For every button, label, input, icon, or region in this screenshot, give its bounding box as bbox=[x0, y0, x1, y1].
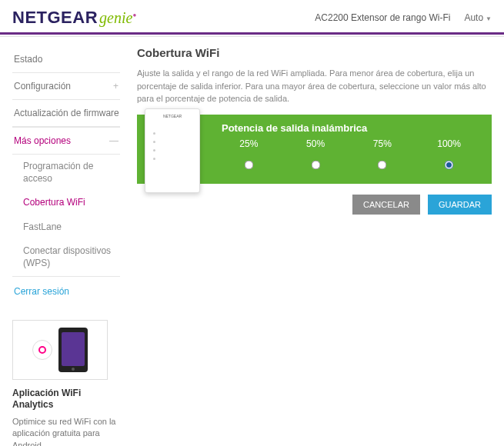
button-row: CANCELAR GUARDAR bbox=[137, 195, 492, 215]
promo-title: Aplicación WiFi Analytics bbox=[12, 388, 120, 411]
nav-mas-opciones[interactable]: Más opciones— bbox=[12, 127, 120, 155]
language-dropdown[interactable]: Auto▼ bbox=[464, 12, 492, 23]
subnav-cobertura[interactable]: Cobertura WiFi bbox=[12, 191, 120, 215]
header: NETGEAR genie● AC2200 Extensor de rango … bbox=[0, 0, 504, 32]
app-icon bbox=[32, 340, 52, 360]
radio-25[interactable] bbox=[245, 160, 254, 169]
logo-netgear: NETGEAR bbox=[12, 8, 98, 28]
opt-25-label: 25% bbox=[215, 138, 282, 149]
coverage-panel: NETGEAR Potencia de salida inalámbrica 2… bbox=[137, 115, 492, 184]
radio-100[interactable] bbox=[445, 160, 454, 169]
phone-icon bbox=[58, 328, 88, 372]
extender-device-image: NETGEAR bbox=[145, 108, 200, 193]
opt-50-label: 50% bbox=[282, 138, 349, 149]
promo-desc: Optimice su red WiFi con la aplicación g… bbox=[12, 416, 120, 446]
power-radio-row bbox=[215, 160, 482, 172]
page-description: Ajuste la salida y el rango de la red Wi… bbox=[137, 67, 492, 105]
promo-image bbox=[12, 320, 108, 380]
subnav: Programación de acceso Cobertura WiFi Fa… bbox=[12, 155, 120, 277]
cancel-button[interactable]: CANCELAR bbox=[352, 195, 420, 215]
minus-icon: — bbox=[109, 135, 118, 146]
header-divider bbox=[0, 32, 504, 35]
save-button[interactable]: GUARDAR bbox=[428, 195, 492, 215]
logout-link[interactable]: Cerrar sesión bbox=[12, 277, 120, 303]
sidebar: Estado Configuración+ Actualización de f… bbox=[12, 46, 120, 446]
subnav-programacion[interactable]: Programación de acceso bbox=[12, 155, 120, 191]
product-model: AC2200 Extensor de rango Wi-Fi bbox=[315, 12, 450, 23]
opt-75-label: 75% bbox=[349, 138, 416, 149]
chevron-down-icon: ▼ bbox=[486, 15, 492, 22]
subnav-fastlane[interactable]: FastLane bbox=[12, 215, 120, 240]
radio-75[interactable] bbox=[378, 160, 387, 169]
main-content: Cobertura WiFi Ajuste la salida y el ran… bbox=[120, 46, 492, 446]
nav-configuracion[interactable]: Configuración+ bbox=[12, 73, 120, 100]
nav-firmware[interactable]: Actualización de firmware bbox=[12, 100, 120, 127]
radio-50[interactable] bbox=[311, 160, 320, 169]
power-output-title: Potencia de salida inalámbrica bbox=[215, 122, 482, 134]
power-options-labels: 25% 50% 75% 100% bbox=[215, 138, 482, 149]
plus-icon: + bbox=[113, 81, 118, 92]
subnav-wps[interactable]: Conectar dispositivos (WPS) bbox=[12, 239, 120, 275]
logo-genie: genie● bbox=[99, 9, 136, 27]
promo-analytics: Aplicación WiFi Analytics Optimice su re… bbox=[12, 320, 120, 446]
opt-100-label: 100% bbox=[416, 138, 482, 149]
page-title: Cobertura WiFi bbox=[137, 46, 492, 59]
nav-estado[interactable]: Estado bbox=[12, 46, 120, 73]
